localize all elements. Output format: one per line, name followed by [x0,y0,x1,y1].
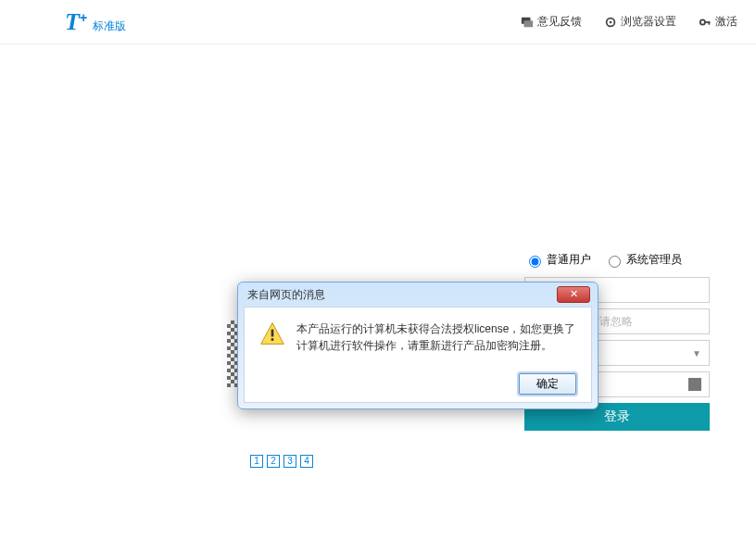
svg-rect-1 [524,20,534,27]
logo: T + 标准版 [65,8,126,36]
pager-1[interactable]: 1 [250,455,263,468]
dialog-actions: 确定 [259,373,576,395]
close-icon: ✕ [570,288,578,299]
dialog-title-text: 来自网页的消息 [247,287,325,303]
app-header: T + 标准版 意见反馈 浏览器设置 激活 [0,0,756,44]
warning-icon [259,320,285,346]
feedback-label: 意见反馈 [537,14,582,30]
activate-link[interactable]: 激活 [699,14,737,30]
logo-plus: + [80,10,87,25]
browser-settings-link[interactable]: 浏览器设置 [604,14,676,30]
role-normal-radio[interactable] [529,256,541,268]
browser-label: 浏览器设置 [621,14,676,30]
dialog-message-row: 本产品运行的计算机未获得合法授权license，如您更换了计算机进行软件操作，请… [259,320,576,354]
role-admin-radio[interactable] [609,256,621,268]
dialog-message-text: 本产品运行的计算机未获得合法授权license，如您更换了计算机进行软件操作，请… [296,320,576,354]
activate-label: 激活 [715,14,737,30]
pager-2[interactable]: 2 [267,455,280,468]
logo-edition: 标准版 [93,19,126,34]
svg-rect-6 [709,21,711,25]
dialog-close-button[interactable]: ✕ [557,286,590,303]
alert-dialog: 来自网页的消息 ✕ 本产品运行的计算机未获得合法授权license，如您更换了计… [237,282,598,409]
dialog-body: 本产品运行的计算机未获得合法授权license，如您更换了计算机进行软件操作，请… [244,307,592,403]
calendar-icon [688,378,701,391]
pager-3[interactable]: 3 [284,455,296,468]
role-normal-user[interactable]: 普通用户 [524,252,591,268]
header-links: 意见反馈 浏览器设置 激活 [521,14,737,30]
logo-t: T [65,8,79,36]
chevron-down-icon: ▼ [692,348,701,358]
svg-rect-9 [271,338,274,341]
dialog-ok-button[interactable]: 确定 [519,373,576,395]
feedback-link[interactable]: 意见反馈 [521,14,582,30]
pager-4[interactable]: 4 [300,455,313,468]
role-normal-label: 普通用户 [547,252,591,268]
svg-point-3 [610,20,612,23]
gear-icon [604,16,617,29]
carousel-pager: 1 2 3 4 [250,455,313,468]
key-icon [699,16,712,29]
svg-rect-8 [271,330,274,337]
dialog-titlebar: 来自网页的消息 ✕ [238,283,598,303]
role-row: 普通用户 系统管理员 [524,252,710,268]
chat-icon [521,16,534,29]
role-system-admin[interactable]: 系统管理员 [604,252,682,268]
role-admin-label: 系统管理员 [626,252,682,268]
